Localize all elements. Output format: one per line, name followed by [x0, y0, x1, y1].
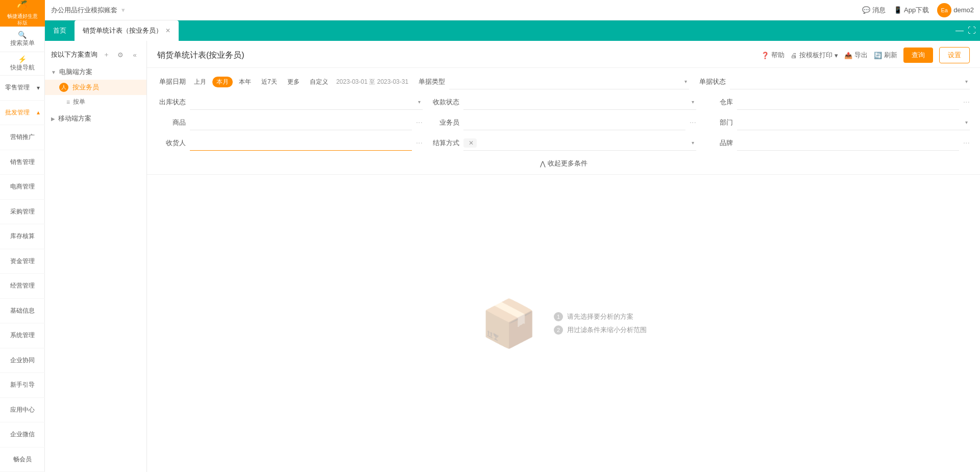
message-btn[interactable]: 💬 消息	[862, 6, 886, 15]
sidebar-item-appcenter-label: 应用中心	[10, 406, 35, 414]
sidebar-item-newbie[interactable]: 新手引导	[0, 373, 45, 398]
collapse-btn[interactable]: ⋀ 收起更多条件	[157, 156, 970, 168]
filter-brand-dots[interactable]: ···	[963, 138, 970, 148]
filter-warehouse-input[interactable]	[737, 95, 959, 110]
filter-dept-select[interactable]	[737, 115, 970, 130]
filter-out-status-select[interactable]	[190, 95, 423, 109]
sidebar-item-wechat[interactable]: 企业微信	[0, 422, 45, 447]
filter-goods-input[interactable]	[190, 115, 412, 130]
app-download-btn[interactable]: 📱 App下载	[894, 6, 929, 15]
lp-section-desktop-label: 电脑端方案	[59, 67, 92, 77]
tab-close-icon[interactable]: ✕	[165, 27, 170, 34]
hint-num-2: 2	[554, 325, 563, 335]
refresh-btn[interactable]: 🔄 刷新	[874, 51, 897, 60]
sidebar-item-wechat-label: 企业微信	[10, 430, 35, 439]
hint-text-1: 请先选择要分析的方案	[567, 312, 633, 321]
sidebar-item-retail[interactable]: 零售管理 ▾	[0, 76, 45, 101]
filter-salesman-field: 业务员 ···	[431, 115, 696, 130]
logo-icon: 🍊	[16, 0, 29, 12]
main-area: 办公用品行业模拟账套 ▾ 💬 消息 📱 App下载 Ea demo2 首页	[45, 0, 980, 472]
lp-section-desktop-header[interactable]: ▼ 电脑端方案	[45, 64, 146, 80]
user-avatar-btn[interactable]: Ea demo2	[937, 3, 974, 17]
sidebar-item-finance[interactable]: 资金管理	[0, 249, 45, 274]
filter-warehouse-label: 仓库	[704, 98, 733, 107]
filter-bill-status-select[interactable]	[730, 74, 970, 89]
help-btn[interactable]: ❓ 帮助	[761, 51, 785, 60]
topbar-left: 办公用品行业模拟账套 ▾	[51, 6, 125, 15]
sidebar-item-operations[interactable]: 经营管理	[0, 274, 45, 299]
settings-btn[interactable]: 设置	[939, 47, 970, 63]
query-btn[interactable]: 查询	[903, 48, 933, 63]
filter-out-status-select-wrap[interactable]: ▾	[190, 95, 423, 110]
sidebar-item-ecommerce[interactable]: 电商管理	[0, 175, 45, 200]
filter-bill-type-select-wrap[interactable]: ▾	[449, 74, 689, 89]
lp-item-by-bill[interactable]: ≡ 按单	[45, 95, 146, 109]
logo-subtitle: 标版	[17, 19, 28, 27]
sidebar-item-marketing[interactable]: 营销推广	[0, 125, 45, 150]
sidebar-item-system[interactable]: 系统管理	[0, 323, 45, 348]
lp-section-mobile-header[interactable]: ▶ 移动端方案	[45, 111, 146, 126]
filter-settle-select-wrap[interactable]: ▾	[479, 135, 696, 151]
lp-item-bill-icon: ≡	[66, 99, 70, 106]
tab-home[interactable]: 首页	[45, 20, 75, 41]
print-btn[interactable]: 🖨 按模板打印 ▾	[791, 51, 838, 60]
filter-settle-tag-close[interactable]: ✕	[469, 139, 474, 147]
sidebar-item-basic-info[interactable]: 基础信息	[0, 299, 45, 324]
filter-receiver-label: 收货人	[157, 138, 186, 148]
tab-maximize-btn[interactable]: ⛶	[968, 26, 976, 35]
sidebar-item-sales[interactable]: 销售管理	[0, 150, 45, 175]
filter-collect-status-select-wrap[interactable]: ▾	[463, 95, 696, 110]
sidebar-item-collab[interactable]: 企业协同	[0, 348, 45, 373]
sidebar-item-wholesale[interactable]: 批发管理 ▴	[0, 101, 45, 126]
avatar-text: Ea	[941, 7, 948, 13]
logo-text: 畅捷通好生意	[7, 13, 38, 19]
filter-warehouse-dots[interactable]: ···	[963, 98, 970, 107]
sidebar-item-inventory[interactable]: 库存核算	[0, 224, 45, 249]
lp-section-mobile-arrow: ▶	[51, 116, 55, 122]
filter-bill-status-select-wrap[interactable]: ▾	[730, 74, 970, 89]
topbar-right: 💬 消息 📱 App下载 Ea demo2	[862, 3, 974, 17]
filter-area: 单据日期 上月 本月 本年 近7天 更多 自定义 2023-03-01 至 20…	[147, 68, 980, 175]
date-btn-last-month[interactable]: 上月	[190, 77, 210, 87]
lp-settings-btn[interactable]: ⚙	[115, 49, 126, 60]
tab-sales-stat[interactable]: 销货单统计表（按业务员） ✕	[75, 20, 179, 41]
lp-section-mobile-label: 移动端方案	[58, 114, 91, 123]
sidebar-item-purchase[interactable]: 采购管理	[0, 200, 45, 225]
lp-item-by-salesman[interactable]: 人 按业务员	[45, 80, 146, 95]
filter-receiver-dots[interactable]: ···	[416, 138, 423, 148]
filter-dept-select-wrap[interactable]: ▾	[737, 115, 970, 130]
lp-add-btn[interactable]: ＋	[101, 49, 112, 60]
sidebar-search-item[interactable]: 🔍 搜索菜单	[0, 27, 45, 52]
export-btn[interactable]: 📤 导出	[844, 51, 868, 60]
filter-brand-input[interactable]	[737, 135, 959, 151]
filter-collect-status-select[interactable]	[463, 95, 696, 109]
content-area: 按以下方案查询 ＋ ⚙ « ▼ 电脑端方案 人 按业务员 ≡ 按单	[45, 41, 980, 472]
filter-settle-select[interactable]	[479, 135, 696, 151]
lp-item-salesman-label: 按业务员	[72, 83, 99, 92]
left-panel: 按以下方案查询 ＋ ⚙ « ▼ 电脑端方案 人 按业务员 ≡ 按单	[45, 41, 147, 472]
sidebar-item-appcenter[interactable]: 应用中心	[0, 398, 45, 423]
filter-settle-field: 结算方式 ✕ ▾	[431, 135, 696, 151]
sidebar-item-member[interactable]: 畅会员	[0, 447, 45, 473]
filter-salesman-dots[interactable]: ···	[690, 118, 696, 127]
filter-receiver-input[interactable]	[190, 135, 412, 151]
date-btn-more[interactable]: 更多	[283, 77, 304, 87]
topbar: 办公用品行业模拟账套 ▾ 💬 消息 📱 App下载 Ea demo2	[45, 0, 980, 20]
right-panel: 销货单统计表(按业务员) ❓ 帮助 🖨 按模板打印 ▾ 📤 导出	[147, 41, 980, 472]
sidebar-item-wholesale-label: 批发管理	[5, 108, 30, 117]
filter-salesman-input[interactable]	[463, 115, 685, 130]
empty-hint-2: 2 用过滤条件来缩小分析范围	[554, 325, 647, 335]
lp-collapse-btn[interactable]: «	[129, 49, 140, 60]
date-btn-7days[interactable]: 近7天	[257, 77, 281, 87]
date-btn-custom[interactable]: 自定义	[306, 77, 332, 87]
date-btn-this-month[interactable]: 本月	[212, 77, 233, 87]
filter-row-3: 商品 ··· 业务员 ··· 部门	[157, 115, 970, 130]
date-btn-this-year[interactable]: 本年	[235, 77, 255, 87]
sidebar-quicknav-item[interactable]: ⚡ 快捷导航	[0, 52, 45, 76]
filter-bill-type-select[interactable]	[449, 74, 689, 89]
tab-minimize-btn[interactable]: —	[955, 26, 964, 35]
filter-goods-dots[interactable]: ···	[416, 118, 423, 127]
sidebar-logo[interactable]: 🍊 畅捷通好生意 标版	[0, 0, 45, 27]
tabbar: 首页 销货单统计表（按业务员） ✕ — ⛶	[45, 20, 980, 41]
sidebar-item-ecommerce-label: 电商管理	[10, 182, 35, 191]
